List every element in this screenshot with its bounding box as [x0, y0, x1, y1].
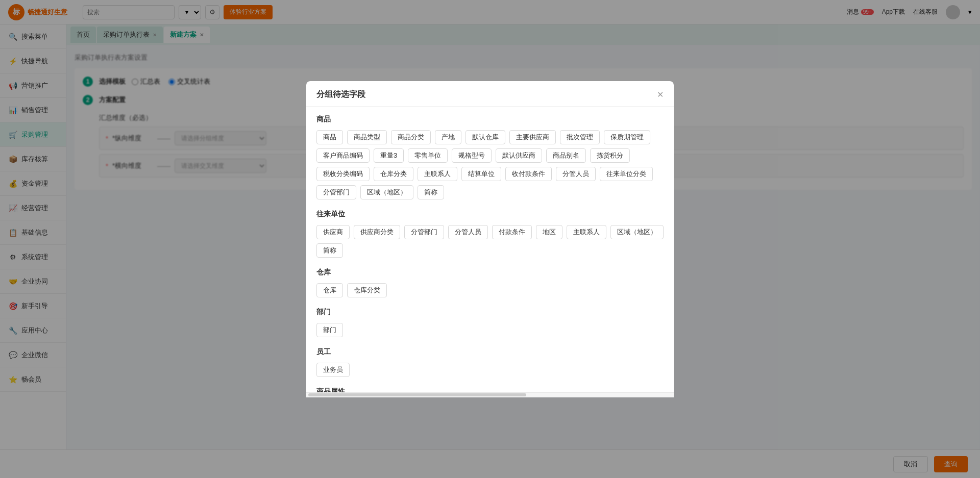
- modal-body[interactable]: 商品 商品 商品类型 商品分类 产地 默认仓库 主要供应商 批次管理 保质期管理…: [306, 107, 674, 392]
- field-tag[interactable]: 保质期管理: [604, 130, 650, 144]
- field-tag[interactable]: 主要供应商: [509, 130, 556, 144]
- modal-section-employee: 员工 业务员: [316, 347, 664, 377]
- goods-field-grid: 商品 商品类型 商品分类 产地 默认仓库 主要供应商 批次管理 保质期管理 客户…: [316, 130, 664, 199]
- field-tag[interactable]: 零售单位: [408, 148, 448, 163]
- field-tag[interactable]: 分管人员: [556, 167, 596, 181]
- field-tag[interactable]: 区域（地区）: [610, 225, 664, 239]
- field-tag[interactable]: 重量3: [374, 148, 404, 163]
- field-tag[interactable]: 主联系人: [567, 225, 606, 239]
- field-tag[interactable]: 商品别名: [546, 148, 586, 163]
- field-tag[interactable]: 主联系人: [418, 167, 457, 181]
- modal-section-attrs: 商品属性 属性 颜色 多规格 尺码 鞋码 1: [316, 387, 664, 392]
- field-tag[interactable]: 规格型号: [452, 148, 492, 163]
- scrollbar-thumb: [308, 393, 526, 396]
- field-tag[interactable]: 默认供应商: [496, 148, 542, 163]
- partner-field-grid: 供应商 供应商分类 分管部门 分管人员 付款条件 地区 主联系人 区域（地区） …: [316, 225, 664, 258]
- field-tag[interactable]: 拣货积分: [590, 148, 630, 163]
- modal-dialog: 分组待选字段 ✕ 商品 商品 商品类型 商品分类 产地 默认仓库 主要供应商 批…: [306, 81, 674, 397]
- field-tag[interactable]: 税收分类编码: [316, 167, 370, 181]
- modal-header: 分组待选字段 ✕: [306, 81, 674, 107]
- field-tag[interactable]: 产地: [435, 130, 461, 144]
- field-tag[interactable]: 部门: [316, 323, 343, 337]
- field-tag[interactable]: 仓库分类: [374, 167, 413, 181]
- employee-section-title: 员工: [316, 347, 664, 357]
- field-tag[interactable]: 付款条件: [492, 225, 532, 239]
- field-tag[interactable]: 结算单位: [461, 167, 501, 181]
- field-tag[interactable]: 收付款条件: [505, 167, 552, 181]
- field-tag[interactable]: 默认仓库: [465, 130, 505, 144]
- attrs-section-title: 商品属性: [316, 387, 664, 392]
- field-tag[interactable]: 批次管理: [560, 130, 600, 144]
- field-tag[interactable]: 商品类型: [347, 130, 387, 144]
- field-tag[interactable]: 业务员: [316, 363, 350, 377]
- employee-field-grid: 业务员: [316, 363, 664, 377]
- modal-title: 分组待选字段: [316, 89, 365, 100]
- warehouse-section-title: 仓库: [316, 268, 664, 277]
- field-tag[interactable]: 简称: [316, 243, 343, 258]
- horizontal-scrollbar[interactable]: [306, 392, 674, 397]
- field-tag[interactable]: 仓库: [316, 283, 343, 297]
- modal-overlay: 分组待选字段 ✕ 商品 商品 商品类型 商品分类 产地 默认仓库 主要供应商 批…: [0, 0, 980, 478]
- modal-close-button[interactable]: ✕: [657, 90, 664, 99]
- field-tag[interactable]: 分管部门: [404, 225, 444, 239]
- field-tag[interactable]: 商品分类: [391, 130, 431, 144]
- field-tag[interactable]: 简称: [418, 185, 444, 199]
- modal-section-goods: 商品 商品 商品类型 商品分类 产地 默认仓库 主要供应商 批次管理 保质期管理…: [316, 115, 664, 199]
- dept-field-grid: 部门: [316, 323, 664, 337]
- field-tag[interactable]: 供应商分类: [354, 225, 400, 239]
- partner-section-title: 往来单位: [316, 210, 664, 219]
- field-tag[interactable]: 分管人员: [448, 225, 488, 239]
- field-tag[interactable]: 供应商: [316, 225, 350, 239]
- modal-section-partner: 往来单位 供应商 供应商分类 分管部门 分管人员 付款条件 地区 主联系人 区域…: [316, 210, 664, 258]
- field-tag[interactable]: 客户商品编码: [316, 148, 370, 163]
- warehouse-field-grid: 仓库 仓库分类: [316, 283, 664, 297]
- field-tag[interactable]: 往来单位分类: [600, 167, 653, 181]
- modal-section-dept: 部门 部门: [316, 308, 664, 337]
- modal-section-warehouse: 仓库 仓库 仓库分类: [316, 268, 664, 297]
- goods-section-title: 商品: [316, 115, 664, 124]
- field-tag[interactable]: 地区: [536, 225, 562, 239]
- field-tag[interactable]: 商品: [316, 130, 343, 144]
- dept-section-title: 部门: [316, 308, 664, 317]
- field-tag[interactable]: 区域（地区）: [360, 185, 413, 199]
- field-tag[interactable]: 分管部门: [316, 185, 356, 199]
- field-tag[interactable]: 仓库分类: [347, 283, 387, 297]
